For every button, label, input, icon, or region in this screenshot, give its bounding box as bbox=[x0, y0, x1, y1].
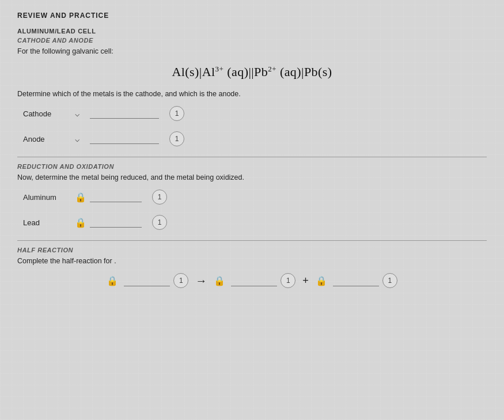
eq-lock-3: 🔒 bbox=[316, 275, 327, 286]
eq-badge-1: 1 bbox=[173, 273, 188, 288]
lead-badge: 1 bbox=[152, 215, 167, 230]
eq-plus: + bbox=[300, 275, 311, 287]
eq-badge-2: 1 bbox=[281, 273, 295, 288]
section3-instruction: Complete the half-reaction for . bbox=[17, 257, 487, 265]
anode-underline bbox=[90, 134, 159, 144]
cathode-label: Cathode bbox=[23, 109, 75, 118]
anode-label: Anode bbox=[23, 135, 75, 143]
cathode-dropdown[interactable]: ⌵ bbox=[75, 109, 79, 118]
section-cathode-anode: ALUMINUM/LEAD CELL CATHODE AND ANODE For… bbox=[17, 28, 487, 146]
aluminum-lock-icon: 🔒 bbox=[75, 192, 86, 203]
section-reduction-oxidation: REDUCTION AND OXIDATION Now, determine t… bbox=[17, 163, 487, 230]
eq-cell-right1: 🔒 1 bbox=[214, 273, 295, 288]
aluminum-underline bbox=[90, 192, 142, 202]
eq-cell-left: 🔒 1 bbox=[107, 273, 188, 288]
eq-cell-right2: 🔒 1 bbox=[316, 273, 397, 288]
section2-instruction: Now, determine the metal being reduced, … bbox=[17, 173, 487, 181]
aluminum-label: Aluminum bbox=[23, 193, 75, 202]
eq-lock-1: 🔒 bbox=[107, 275, 118, 286]
section1-instruction: For the following galvanic cell: bbox=[17, 47, 487, 55]
divider-2 bbox=[17, 240, 487, 241]
section1-sublabel: CATHODE AND ANODE bbox=[17, 37, 487, 44]
anode-dropdown[interactable]: ⌵ bbox=[75, 134, 79, 143]
page-container: REVIEW AND PRACTICE ALUMINUM/LEAD CELL C… bbox=[0, 0, 504, 420]
determine-text: Determine which of the metals is the cat… bbox=[17, 90, 487, 98]
cathode-row: Cathode ⌵ 1 bbox=[23, 106, 487, 121]
anode-row: Anode ⌵ 1 bbox=[23, 131, 487, 146]
eq-lock-2: 🔒 bbox=[214, 275, 225, 286]
aluminum-badge: 1 bbox=[152, 190, 167, 205]
section3-label: HALF REACTION bbox=[17, 247, 487, 253]
lead-underline bbox=[90, 217, 142, 228]
lead-lock-icon: 🔒 bbox=[75, 217, 86, 228]
eq-arrow: → bbox=[193, 274, 209, 287]
cathode-dropdown-arrow: ⌵ bbox=[75, 109, 79, 118]
aluminum-row: Aluminum 🔒 1 bbox=[23, 190, 487, 205]
eq-underline-3 bbox=[333, 275, 379, 286]
cathode-underline bbox=[90, 108, 159, 119]
lead-label: Lead bbox=[23, 218, 75, 227]
anode-badge: 1 bbox=[169, 131, 184, 146]
eq-underline-1 bbox=[124, 275, 170, 286]
divider-1 bbox=[17, 157, 487, 157]
lead-row: Lead 🔒 1 bbox=[23, 215, 487, 230]
section1-label: ALUMINUM/LEAD CELL bbox=[17, 28, 487, 35]
page-title: REVIEW AND PRACTICE bbox=[17, 12, 487, 20]
eq-underline-2 bbox=[231, 275, 277, 286]
chemical-equation: Al(s)|Al3+ (aq)||Pb2+ (aq)|Pb(s) bbox=[17, 65, 487, 80]
equation-text: Al(s)|Al3+ (aq)||Pb2+ (aq)|Pb(s) bbox=[172, 65, 332, 80]
half-reaction-row: 🔒 1 → 🔒 1 + 🔒 1 bbox=[17, 273, 487, 288]
section2-label: REDUCTION AND OXIDATION bbox=[17, 163, 487, 170]
section-half-reaction: HALF REACTION Complete the half-reaction… bbox=[17, 247, 487, 288]
eq-badge-3: 1 bbox=[382, 273, 397, 288]
cathode-badge: 1 bbox=[169, 106, 184, 121]
anode-dropdown-arrow: ⌵ bbox=[75, 134, 79, 143]
